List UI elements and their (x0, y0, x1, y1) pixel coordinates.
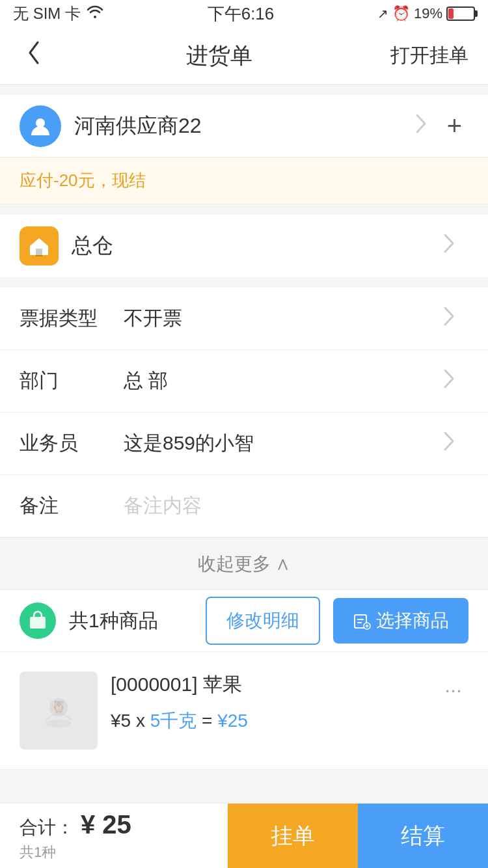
edit-detail-button[interactable]: 修改明细 (206, 597, 320, 645)
total-label: 合计： ¥ 25 (20, 810, 208, 840)
total-text: ¥25 (217, 711, 248, 731)
product-code: [0000001] 苹果 (111, 673, 242, 695)
product-name: [0000001] 苹果 (111, 671, 425, 698)
product-thumbnail: 🦉 (20, 671, 98, 750)
svg-rect-2 (30, 617, 46, 629)
total-prefix: 合计： (20, 815, 74, 840)
invoice-value: 不开票 (111, 305, 442, 332)
product-item: 🦉 [0000001] 苹果 ¥5 x 5千克 = ¥25 ··· (0, 652, 488, 770)
warehouse-name: 总仓 (72, 232, 442, 260)
products-count: 共1种商品 (69, 608, 193, 634)
supplier-avatar (20, 105, 61, 147)
staff-value: 这是859的小智 (111, 430, 442, 457)
product-info: [0000001] 苹果 ¥5 x 5千克 = ¥25 (111, 671, 425, 733)
warehouse-icon (20, 226, 59, 265)
price-text: ¥5 x (111, 711, 150, 731)
remark-row[interactable]: 备注 备注内容 (0, 475, 488, 537)
notice-bar: 应付-20元，现结 (0, 157, 488, 204)
svg-rect-1 (36, 249, 42, 256)
open-pending-button[interactable]: 打开挂单 (390, 42, 468, 69)
alarm-icon: ⏰ (392, 5, 410, 22)
dept-row[interactable]: 部门 总 部 (0, 350, 488, 413)
page-title: 进货单 (186, 41, 252, 71)
bottom-bar: 合计： ¥ 25 共1种 挂单 结算 (0, 803, 488, 868)
dept-label: 部门 (20, 368, 111, 394)
product-price: ¥5 x 5千克 = ¥25 (111, 709, 425, 733)
supplier-name: 河南供应商22 (74, 112, 414, 141)
supplier-row[interactable]: 河南供应商22 + (0, 95, 488, 157)
status-time: 下午6:16 (208, 3, 275, 25)
dept-chevron-icon (442, 368, 455, 395)
remark-label: 备注 (20, 493, 111, 519)
select-product-label: 选择商品 (376, 608, 449, 633)
carrier-text: 无 SIM 卡 (13, 3, 81, 24)
location-icon: ↗ (377, 6, 388, 21)
collapse-bar[interactable]: 收起更多 ∧ (0, 537, 488, 590)
svg-point-0 (36, 118, 45, 128)
supplier-chevron-icon (414, 113, 427, 140)
back-button[interactable] (20, 33, 48, 78)
staff-chevron-icon (442, 430, 455, 457)
svg-text:🦉: 🦉 (51, 699, 66, 714)
staff-row[interactable]: 业务员 这是859的小智 (0, 413, 488, 475)
form-section: 票据类型 不开票 部门 总 部 业务员 这是859的小智 备注 备注内容 (0, 288, 488, 537)
nav-bar: 进货单 打开挂单 (0, 27, 488, 85)
status-indicators: ↗ ⏰ 19% (377, 5, 475, 22)
warehouse-chevron-icon (442, 232, 455, 260)
product-more-button[interactable]: ··· (438, 671, 468, 709)
products-header: 共1种商品 修改明细 选择商品 (0, 590, 488, 652)
status-carrier: 无 SIM 卡 (13, 3, 104, 24)
total-amount: ¥ 25 (81, 810, 131, 839)
battery-icon (446, 7, 475, 21)
invoice-row[interactable]: 票据类型 不开票 (0, 288, 488, 350)
invoice-chevron-icon (442, 305, 455, 332)
select-product-button[interactable]: 选择商品 (333, 598, 468, 644)
warehouse-row[interactable]: 总仓 (0, 215, 488, 277)
wifi-icon (86, 5, 104, 23)
equal-text: = (202, 711, 217, 731)
invoice-label: 票据类型 (20, 305, 111, 332)
total-sub: 共1种 (20, 843, 208, 862)
pend-button[interactable]: 挂单 (228, 804, 358, 869)
products-icon (20, 603, 56, 639)
add-supplier-button[interactable]: + (441, 111, 468, 141)
total-section: 合计： ¥ 25 共1种 (0, 810, 228, 862)
checkout-button[interactable]: 结算 (358, 804, 488, 869)
svg-point-7 (46, 720, 72, 727)
supplier-section: 河南供应商22 + 应付-20元，现结 (0, 95, 488, 204)
dept-value: 总 部 (111, 368, 442, 394)
warehouse-section: 总仓 (0, 215, 488, 277)
quantity-text: 5千克 (150, 711, 197, 731)
status-bar: 无 SIM 卡 下午6:16 ↗ ⏰ 19% (0, 0, 488, 27)
remark-value[interactable]: 备注内容 (111, 493, 468, 519)
staff-label: 业务员 (20, 430, 111, 457)
battery-percent: 19% (414, 5, 442, 22)
products-section: 共1种商品 修改明细 选择商品 🦉 [0000001] 苹果 (0, 590, 488, 770)
